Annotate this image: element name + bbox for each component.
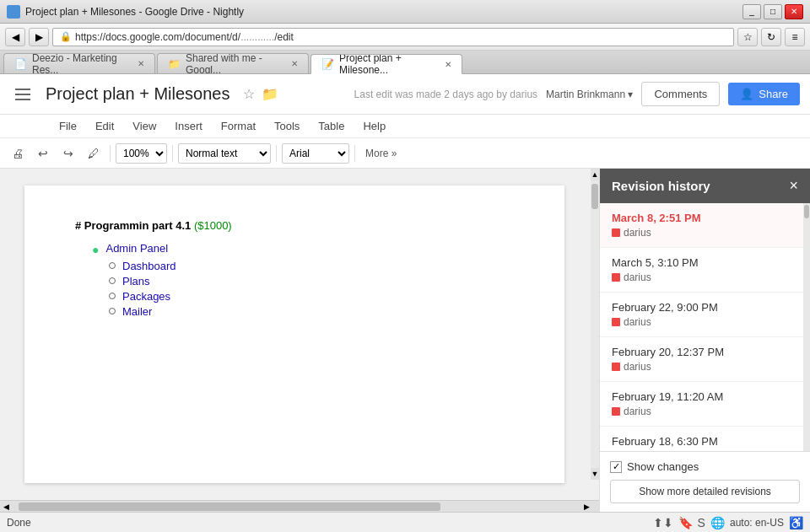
sub-circle-icon (109, 308, 116, 314)
scroll-up-button[interactable]: ▲ (591, 169, 599, 180)
user-color-dot (612, 228, 620, 237)
redo-button[interactable]: ↪ (57, 142, 79, 164)
close-button[interactable]: ✕ (785, 4, 803, 19)
menu-insert[interactable]: Insert (166, 116, 211, 136)
back-button[interactable]: ◀ (5, 28, 25, 46)
menu-view[interactable]: View (124, 116, 165, 136)
font-select[interactable]: Arial (282, 143, 349, 164)
docs-toolbar: 🖨 ↩ ↪ 🖊 100% Normal text Arial More » (0, 138, 810, 169)
print-button[interactable]: 🖨 (7, 142, 29, 164)
address-bar: ◀ ▶ 🔒 https://docs.google.com/document/d… (0, 24, 810, 51)
toolbar-divider (110, 145, 111, 162)
h-scroll-right-button[interactable]: ▶ (582, 502, 591, 511)
zoom-select[interactable]: 100% (116, 143, 167, 164)
status-bar: Done ⬆⬇ 🔖 S 🌐 auto: en-US ♿ (0, 512, 810, 532)
h-scroll-thumb[interactable] (19, 502, 440, 511)
revision-username: darius (624, 406, 651, 417)
tab-close-icon[interactable]: ✕ (445, 60, 451, 69)
refresh-button[interactable]: ↻ (761, 28, 781, 46)
sub-label: Plans (122, 275, 150, 287)
tab-close-icon[interactable]: ✕ (291, 59, 298, 68)
menu-edit[interactable]: Edit (87, 116, 122, 136)
revision-date: March 5, 3:10 PM (612, 256, 798, 269)
more-button[interactable]: More » (360, 142, 402, 164)
star-button[interactable]: ☆ (737, 28, 758, 46)
menu-button[interactable]: ≡ (785, 28, 805, 46)
menu-bar: File Edit View Insert Format Tools Table… (0, 115, 810, 138)
revision-user: darius (612, 450, 798, 451)
comments-button[interactable]: Comments (641, 82, 720, 106)
sub-label: Mailer (122, 305, 152, 318)
paint-format-button[interactable]: 🖊 (83, 142, 105, 164)
translate-icon[interactable]: 🌐 (710, 516, 725, 529)
revision-item[interactable]: March 8, 2:51 PM darius (600, 203, 810, 248)
sub-circle-icon (109, 262, 116, 269)
menu-tools[interactable]: Tools (266, 116, 308, 136)
style-select[interactable]: Normal text (178, 143, 271, 164)
doc-content: # Programmin part 4.1 ($1000) ● Admin Pa… (75, 219, 514, 318)
user-color-dot (612, 407, 620, 416)
status-right: ⬆⬇ 🔖 S 🌐 auto: en-US ♿ (653, 516, 803, 529)
revision-item[interactable]: February 20, 12:37 PM darius (600, 337, 810, 382)
hamburger-menu-button[interactable] (10, 82, 35, 107)
tab-label: Project plan + Milesone... (339, 54, 438, 74)
tab-deezio[interactable]: 📄 Deezio - Marketing Res... ✕ (3, 53, 155, 73)
accessibility-icon[interactable]: ♿ (789, 516, 803, 529)
spell-check-icon[interactable]: S (698, 516, 705, 529)
bookmark-icon[interactable]: 🔖 (678, 516, 693, 529)
doc-scroll-area[interactable]: # Programmin part 4.1 ($1000) ● Admin Pa… (0, 169, 599, 500)
hamburger-line (15, 94, 30, 95)
tab-project-plan[interactable]: 📝 Project plan + Milesone... ✕ (310, 54, 462, 74)
main-area: ▲ # Programmin part 4.1 ($1000) ● Admin … (0, 169, 810, 512)
panel-scroll-thumb[interactable] (804, 205, 809, 218)
bullet-icon: ● (92, 243, 99, 256)
scroll-down-button[interactable]: ▼ (591, 468, 599, 480)
menu-help[interactable]: Help (354, 116, 394, 136)
revision-username: darius (624, 271, 651, 283)
status-text: Done (7, 517, 31, 529)
url-text: https://docs.google.com/document/d/.....… (75, 31, 294, 43)
star-icon[interactable]: ☆ (243, 86, 255, 102)
tab-close-icon[interactable]: ✕ (138, 59, 144, 68)
revision-date: February 19, 11:20 AM (612, 390, 798, 403)
show-changes-row: ✓ Show changes (610, 460, 800, 473)
revision-item[interactable]: February 19, 11:20 AM darius (600, 382, 810, 427)
menu-file[interactable]: File (51, 116, 85, 136)
revision-date: February 22, 9:00 PM (612, 301, 798, 314)
menu-format[interactable]: Format (213, 116, 264, 136)
doc-vscroll-thumb[interactable] (591, 184, 598, 209)
revision-title: Revision history (612, 179, 710, 193)
folder-icon[interactable]: 📁 (262, 86, 278, 102)
doc-icons: ☆ 📁 (243, 86, 278, 102)
nav-icon[interactable]: ⬆⬇ (653, 516, 673, 529)
menu-table[interactable]: Table (310, 116, 353, 136)
revision-user: darius (612, 227, 798, 239)
show-changes-label[interactable]: Show changes (627, 460, 699, 473)
undo-button[interactable]: ↩ (32, 142, 54, 164)
minimize-button[interactable]: _ (742, 4, 761, 19)
user-name: Martin Brinkmann ▾ (546, 89, 633, 100)
panel-scrollbar (803, 203, 810, 451)
doc-area: ▲ # Programmin part 4.1 ($1000) ● Admin … (0, 169, 599, 512)
show-changes-checkbox[interactable]: ✓ (610, 461, 622, 473)
revision-item[interactable]: February 18, 6:30 PM darius (600, 427, 810, 451)
revision-list: March 8, 2:51 PM darius March 5, 3:10 PM… (600, 203, 810, 451)
revision-item[interactable]: March 5, 3:10 PM darius (600, 248, 810, 293)
toolbar-divider (354, 145, 355, 162)
share-button[interactable]: 👤 Share (728, 83, 800, 105)
h-scroll-bar: ◀ ▶ (0, 500, 599, 512)
forward-button[interactable]: ▶ (29, 28, 49, 46)
hamburger-line (15, 89, 30, 90)
title-bar: Project plan + Milesones - Google Drive … (0, 0, 810, 24)
app-icon (7, 5, 20, 19)
show-detailed-button[interactable]: Show more detailed revisions (610, 480, 800, 503)
url-bar[interactable]: 🔒 https://docs.google.com/document/d/...… (52, 28, 734, 46)
tab-favicon: 📁 (168, 58, 181, 70)
revision-item[interactable]: February 22, 9:00 PM darius (600, 293, 810, 337)
revision-close-button[interactable]: × (789, 177, 798, 195)
maximize-button[interactable]: □ (764, 4, 782, 19)
tab-shared[interactable]: 📁 Shared with me - Googl... ✕ (157, 53, 309, 73)
lang-text: auto: en-US (730, 517, 784, 529)
h-scroll-left-button[interactable]: ◀ (2, 502, 10, 511)
sub-list: Dashboard Plans Packages Mailer (109, 260, 514, 318)
